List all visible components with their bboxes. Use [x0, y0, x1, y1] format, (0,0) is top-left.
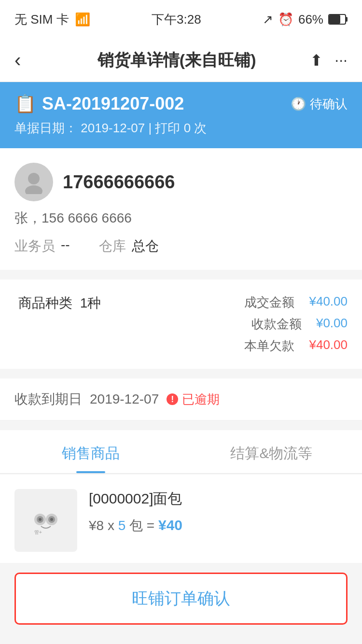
price-value: ¥8 [89, 518, 104, 533]
multiply-sign: x [108, 518, 118, 533]
summary-section: 商品种类 1种 成交金额 ¥40.00 收款金额 ¥0.00 本单欠款 ¥40.… [0, 280, 362, 369]
overdue-text: 已逾期 [182, 391, 220, 408]
owed-value: ¥40.00 [309, 337, 348, 354]
deal-amount-value: ¥40.00 [309, 294, 348, 311]
quantity: 5 [118, 518, 126, 533]
salesperson-value: -- [61, 237, 70, 255]
battery-text: 66% [298, 12, 323, 27]
order-banner: 📋 SA-20191207-002 🕐 待确认 单据日期： 2019-12-07… [0, 82, 362, 148]
unit: 包 [129, 518, 143, 533]
wifi-icon: 📶 [75, 12, 90, 27]
customer-section: 17666666666 张，156 6666 6666 业务员 -- 仓库 总仓 [0, 148, 362, 270]
due-date-value: 2019-12-07 [90, 392, 159, 407]
due-date-label: 收款到期日 [14, 390, 82, 408]
svg-point-9 [39, 518, 42, 521]
customer-meta: 业务员 -- 仓库 总仓 [14, 237, 348, 255]
warehouse-info: 仓库 总仓 [99, 237, 159, 255]
svg-point-10 [50, 518, 53, 521]
summary-right: 成交金额 ¥40.00 收款金额 ¥0.00 本单欠款 ¥40.00 [244, 294, 348, 354]
tab-sales-products[interactable]: 销售商品 [0, 430, 181, 473]
owed-amount-row: 本单欠款 ¥40.00 [244, 337, 348, 354]
summary-left: 商品种类 1种 [14, 294, 101, 312]
status-right: ↗ ⏰ 66% [263, 12, 348, 27]
salesperson-label: 业务员 [14, 237, 55, 255]
confirm-button[interactable]: 旺铺订单确认 [14, 573, 348, 625]
warehouse-value: 总仓 [132, 237, 159, 255]
status-time: 下午3:28 [152, 11, 201, 28]
page-title: 销货单详情(来自旺铺) [43, 49, 310, 71]
nav-bar: ‹ 销货单详情(来自旺铺) ⬆ ··· [0, 39, 362, 82]
order-id: 📋 SA-20191207-002 [14, 94, 184, 114]
status-bar: 无 SIM 卡 📶 下午3:28 ↗ ⏰ 66% [0, 0, 362, 39]
product-type-value: 1种 [80, 295, 101, 310]
owed-label: 本单欠款 [244, 337, 294, 354]
order-status: 🕐 待确认 [291, 96, 348, 112]
product-type-label: 商品种类 [18, 295, 72, 310]
battery-icon [328, 14, 348, 25]
carrier-text: 无 SIM 卡 [14, 11, 69, 28]
customer-phone: 17666666666 [63, 172, 175, 193]
order-id-icon: 📋 [14, 94, 36, 114]
received-amount-row: 收款金额 ¥0.00 [251, 316, 348, 333]
alarm-icon: ⏰ [278, 12, 293, 27]
svg-text:管+: 管+ [34, 530, 42, 535]
customer-name: 张，156 6666 6666 [14, 209, 348, 227]
product-image: 管+ [14, 489, 77, 552]
total-value: ¥40 [158, 517, 182, 533]
table-row: 管+ [0000002]面包 ¥8 x 5 包 = ¥40 [0, 475, 362, 567]
tab-settlement[interactable]: 结算&物流等 [181, 430, 362, 473]
overdue-badge: ! 已逾期 [167, 391, 220, 408]
svg-rect-2 [329, 15, 340, 24]
product-name: [0000002]面包 [89, 489, 348, 509]
avatar [14, 163, 53, 201]
overdue-icon: ! [167, 393, 178, 405]
deal-amount-row: 成交金额 ¥40.00 [244, 294, 348, 311]
product-price: ¥8 x 5 包 = ¥40 [89, 517, 348, 535]
more-button[interactable]: ··· [334, 51, 348, 69]
svg-point-3 [28, 173, 40, 184]
equals-sign: = [147, 518, 158, 533]
product-info: [0000002]面包 ¥8 x 5 包 = ¥40 [89, 489, 348, 552]
order-date: 单据日期： 2019-12-07 | 打印 0 次 [14, 120, 348, 137]
due-date-section: 收款到期日 2019-12-07 ! 已逾期 [0, 378, 362, 420]
product-list: 管+ [0000002]面包 ¥8 x 5 包 = ¥40 [0, 475, 362, 567]
status-clock-icon: 🕐 [291, 97, 306, 112]
back-button[interactable]: ‹ [14, 49, 43, 71]
deal-amount-label: 成交金额 [244, 294, 294, 311]
salesperson-info: 业务员 -- [14, 237, 70, 255]
order-id-row: 📋 SA-20191207-002 🕐 待确认 [14, 94, 348, 114]
svg-rect-1 [346, 17, 348, 22]
customer-row: 17666666666 [14, 163, 348, 201]
nav-actions: ⬆ ··· [310, 51, 348, 70]
received-value: ¥0.00 [316, 316, 348, 333]
product-type-item: 商品种类 1种 [14, 294, 101, 312]
received-label: 收款金额 [251, 316, 302, 333]
share-button[interactable]: ⬆ [310, 51, 323, 70]
warehouse-label: 仓库 [99, 237, 126, 255]
bottom-bar: 旺铺订单确认 [0, 563, 362, 644]
tabs: 销售商品 结算&物流等 [0, 430, 362, 474]
status-left: 无 SIM 卡 📶 [14, 11, 90, 28]
svg-point-4 [25, 185, 42, 194]
location-icon: ↗ [263, 12, 273, 27]
